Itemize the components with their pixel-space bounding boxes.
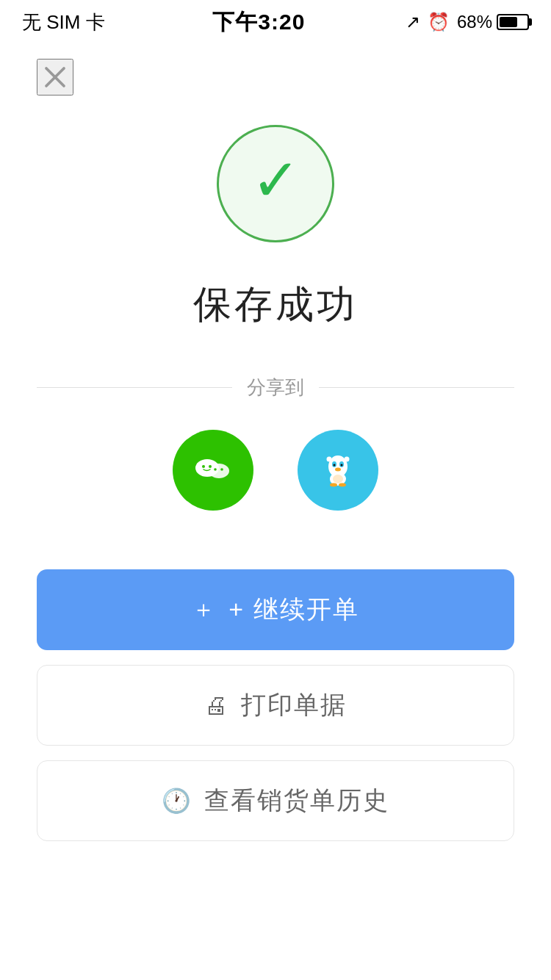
history-button[interactable]: 🕐 查看销货单历史: [37, 760, 514, 841]
status-left: 无 SIM 卡: [22, 10, 112, 35]
print-button[interactable]: 🖨 打印单据: [37, 665, 514, 746]
alarm-icon: ⏰: [428, 12, 450, 32]
status-right: ↗ ⏰ 68%: [406, 12, 529, 32]
success-icon-circle: ✓: [217, 125, 334, 242]
wechat-share-button[interactable]: [173, 430, 253, 511]
checkmark-icon: ✓: [251, 151, 300, 210]
svg-point-4: [209, 464, 229, 478]
continue-order-label: + 继续开单: [228, 593, 359, 627]
svg-point-7: [214, 468, 217, 471]
location-icon: ↗: [406, 12, 420, 32]
battery: 68%: [457, 12, 529, 32]
carrier-label: 无 SIM 卡: [22, 10, 105, 35]
svg-point-12: [334, 464, 336, 466]
svg-point-20: [339, 483, 346, 487]
share-label: 分享到: [247, 375, 304, 400]
svg-point-13: [341, 464, 343, 466]
close-button[interactable]: [37, 59, 73, 96]
print-icon: 🖨: [204, 692, 229, 719]
svg-point-16: [333, 475, 343, 483]
battery-icon: [497, 14, 529, 30]
status-time: 下午3:20: [212, 7, 305, 37]
svg-point-14: [335, 468, 341, 472]
qq-share-button[interactable]: [298, 430, 378, 511]
status-bar: 无 SIM 卡 下午3:20 ↗ ⏰ 68%: [0, 0, 551, 44]
divider-right: [319, 387, 514, 388]
print-label: 打印单据: [241, 688, 347, 722]
svg-point-8: [220, 468, 223, 471]
svg-point-18: [345, 457, 350, 462]
divider-left: [37, 387, 232, 388]
continue-order-button[interactable]: ＋ + 继续开单: [37, 569, 514, 650]
svg-point-5: [202, 465, 205, 468]
clock-icon: 🕐: [162, 787, 192, 815]
plus-icon: ＋: [192, 594, 217, 626]
history-label: 查看销货单历史: [204, 784, 389, 818]
action-buttons: ＋ + 继续开单 🖨 打印单据 🕐 查看销货单历史: [37, 569, 514, 841]
wechat-icon: [190, 447, 236, 493]
qq-icon: [315, 447, 361, 493]
svg-point-19: [330, 483, 337, 487]
svg-point-6: [209, 465, 212, 468]
success-title: 保存成功: [193, 279, 358, 331]
share-divider: 分享到: [37, 375, 514, 400]
battery-percent: 68%: [457, 12, 492, 32]
svg-point-17: [327, 457, 332, 462]
main-content: ✓ 保存成功 分享到: [0, 44, 551, 841]
share-icons-row: [173, 430, 378, 511]
